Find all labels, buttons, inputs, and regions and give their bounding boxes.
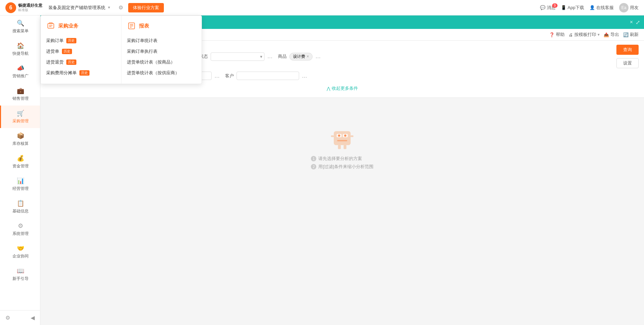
sidebar-item-finance-label: 资金管理 bbox=[12, 163, 29, 169]
purchase-dropdown-menu: 采购业务 采购订单 历史 进货单 历史 进货退货 历史 采购费用分摊单 历史 bbox=[40, 15, 202, 84]
refresh-action[interactable]: 🔄 刷新 bbox=[623, 32, 639, 38]
export-icon: 📤 bbox=[604, 32, 609, 37]
empty-hint-2: 2 用[过滤]条件来缩小分析范围 bbox=[311, 164, 373, 170]
empty-state: 1 请先选择要分析的方案 2 用[过滤]条件来缩小分析范围 bbox=[40, 98, 644, 197]
print-label: 按模板打印 bbox=[574, 32, 596, 38]
notification-action[interactable]: 💬 消息 9 bbox=[540, 5, 556, 11]
goods-more-dots[interactable]: … bbox=[315, 53, 321, 59]
dropdown-item-report-1-label: 采购订单统计表 bbox=[127, 38, 157, 44]
inventory-icon: 📦 bbox=[17, 132, 24, 139]
online-service-label: 在线客服 bbox=[596, 5, 614, 11]
dropdown-item-purchase-in[interactable]: 进货单 历史 bbox=[46, 46, 116, 57]
dropdown-item-report-3[interactable]: 进货单统计表（按商品） bbox=[127, 57, 196, 68]
phone-icon: 📱 bbox=[561, 5, 566, 10]
dropdown-item-purchase-expense-label: 采购费用分摊单 bbox=[46, 70, 77, 76]
notification-badge-count: 9 bbox=[552, 3, 558, 8]
goods-tag-close[interactable]: × bbox=[307, 54, 309, 59]
help-label: 帮助 bbox=[556, 32, 565, 38]
enterprise-icon: 🤝 bbox=[17, 245, 24, 252]
sidebar-item-basic-label: 基础信息 bbox=[12, 208, 29, 214]
report-col-title: 报表 bbox=[139, 23, 149, 29]
app-download-label: App下载 bbox=[568, 5, 584, 11]
sidebar-item-purchase[interactable]: 🛒 采购管理 bbox=[0, 106, 40, 128]
sidebar-item-finance[interactable]: 💰 资金管理 bbox=[0, 151, 40, 173]
sidebar-item-search[interactable]: 🔍 搜索菜单 bbox=[0, 15, 40, 38]
report-col: 报表 采购订单统计表 采购订单执行表 进货单统计表（按商品） 进货单统计表（按供… bbox=[121, 16, 202, 84]
purchase-icon: 🛒 bbox=[17, 110, 24, 117]
window-close-icon[interactable]: × bbox=[630, 19, 633, 25]
dropdown-item-purchase-return[interactable]: 进货退货 历史 bbox=[46, 57, 116, 68]
dropdown-item-report-4[interactable]: 进货单统计表（按供应商） bbox=[127, 68, 196, 78]
sidebar-item-marketing[interactable]: 📣 营销推广 bbox=[0, 60, 40, 83]
hint-num-1: 1 bbox=[311, 156, 316, 161]
query-button[interactable]: 查询 bbox=[616, 45, 639, 55]
hint-text-2: 用[过滤]条件来缩小分析范围 bbox=[318, 164, 373, 170]
dropdown-item-report-4-label: 进货单统计表（按供应商） bbox=[127, 70, 179, 76]
dropdown-item-report-3-label: 进货单统计表（按商品） bbox=[127, 59, 175, 65]
print-dropdown-icon[interactable]: ▾ bbox=[598, 32, 600, 37]
sidebar-item-system[interactable]: ⚙ 系统管理 bbox=[0, 218, 40, 241]
dropdown-item-report-1[interactable]: 采购订单统计表 bbox=[127, 35, 196, 46]
sidebar-item-guide-label: 新手引导 bbox=[12, 276, 29, 282]
basic-icon: 📋 bbox=[17, 200, 24, 207]
user-avatar: Ea bbox=[619, 3, 629, 12]
sidebar-item-guide[interactable]: 📖 新手引导 bbox=[0, 263, 40, 286]
export-action[interactable]: 📤 导出 bbox=[604, 32, 619, 38]
system-name: 装备及固定资产辅助管理系统 bbox=[48, 5, 105, 11]
home-icon: 🏠 bbox=[17, 42, 24, 49]
sidebar-item-inventory[interactable]: 📦 库存核算 bbox=[0, 128, 40, 151]
marketing-icon: 📣 bbox=[17, 65, 24, 72]
customer-input[interactable] bbox=[237, 72, 299, 80]
purchase-dropdown-overlay: 采购业务 采购订单 历史 进货单 历史 进货退货 历史 采购费用分摊单 历史 bbox=[40, 15, 202, 84]
industry-button[interactable]: 体验行业方案 bbox=[128, 3, 164, 12]
sidebar-item-enterprise[interactable]: 🤝 企业协同 bbox=[0, 241, 40, 263]
guide-icon: 📖 bbox=[17, 267, 24, 275]
online-service-action[interactable]: 👤 在线客服 bbox=[589, 5, 614, 11]
dropdown-item-purchase-expense[interactable]: 采购费用分摊单 历史 bbox=[46, 68, 116, 78]
logo-sub-text: 标准版 bbox=[18, 8, 42, 12]
sidebar-item-quicknav[interactable]: 🏠 快捷导航 bbox=[0, 38, 40, 60]
dropdown-item-purchase-order[interactable]: 采购订单 历史 bbox=[46, 35, 116, 46]
sidebar-settings-icon[interactable]: ⚙ bbox=[5, 315, 10, 321]
print-action[interactable]: 🖨 按模板打印 ▾ bbox=[569, 32, 600, 38]
svg-rect-0 bbox=[334, 131, 351, 145]
app-download-action[interactable]: 📱 App下载 bbox=[561, 5, 584, 11]
sidebar-item-operation-label: 经营管理 bbox=[12, 186, 29, 192]
svg-rect-7 bbox=[351, 135, 353, 137]
status-select[interactable] bbox=[211, 52, 264, 61]
sidebar-item-sales[interactable]: 💼 销售管理 bbox=[0, 83, 40, 106]
empty-hint-1: 1 请先选择要分析的方案 bbox=[311, 156, 373, 162]
purchase-col-header: 采购业务 bbox=[46, 21, 116, 31]
sidebar-collapse-icon[interactable]: ◀ bbox=[31, 315, 35, 321]
logo-icon: 6 bbox=[5, 2, 16, 13]
sidebar-bottom: ⚙ ◀ bbox=[0, 310, 40, 325]
sidebar: 🔍 搜索菜单 🏠 快捷导航 📣 营销推广 💼 销售管理 🛒 采购管理 📦 库存核… bbox=[0, 15, 40, 325]
status-filter: 单据状态 … bbox=[190, 52, 273, 61]
sidebar-item-basic[interactable]: 📋 基础信息 bbox=[0, 196, 40, 218]
purchase-col: 采购业务 采购订单 历史 进货单 历史 进货退货 历史 采购费用分摊单 历史 bbox=[41, 16, 121, 84]
settings-icon[interactable]: ⚙ bbox=[116, 3, 126, 12]
system-dropdown-arrow[interactable]: ▾ bbox=[108, 5, 113, 10]
svg-point-4 bbox=[344, 134, 347, 137]
customer-filter: 客户 … bbox=[225, 72, 307, 80]
set-button[interactable]: 设置 bbox=[616, 58, 639, 68]
salesman-more-dots[interactable]: … bbox=[214, 73, 220, 79]
dropdown-item-report-2[interactable]: 采购订单执行表 bbox=[127, 46, 196, 57]
collapse-button[interactable]: ⋀ 收起更多条件 bbox=[46, 83, 639, 93]
status-more-dots[interactable]: … bbox=[267, 53, 273, 59]
header-middle: 装备及固定资产辅助管理系统 ▾ ⚙ 体验行业方案 bbox=[46, 3, 540, 12]
sidebar-item-operation[interactable]: 📊 经营管理 bbox=[0, 173, 40, 196]
help-action[interactable]: ❓ 帮助 bbox=[549, 32, 565, 38]
svg-rect-10 bbox=[48, 24, 54, 28]
goods-tag-chip: 设计费 × bbox=[289, 53, 313, 60]
logo-area: 6 畅捷通好生意 标准版 bbox=[5, 2, 46, 13]
window-expand-icon[interactable]: ⤢ bbox=[636, 19, 640, 26]
refresh-icon: 🔄 bbox=[623, 32, 629, 37]
empty-state-illustration bbox=[325, 125, 359, 152]
finance-icon: 💰 bbox=[17, 155, 24, 162]
refresh-label: 刷新 bbox=[630, 32, 639, 38]
svg-rect-9 bbox=[344, 145, 346, 149]
user-action[interactable]: Ea 用友 bbox=[619, 3, 639, 12]
history-badge-2: 历史 bbox=[66, 59, 76, 65]
customer-more-dots[interactable]: … bbox=[302, 73, 307, 79]
